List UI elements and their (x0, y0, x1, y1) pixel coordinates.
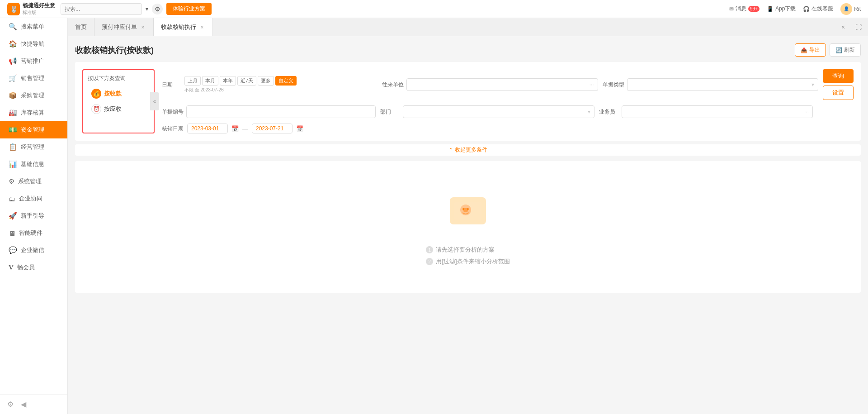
tab-writeoff[interactable]: 收款核销执行 × (154, 18, 213, 36)
sidebar-item-label: 销售管理 (21, 74, 44, 82)
user-area[interactable]: 👤 Rit (840, 3, 861, 15)
filter-action-buttons: 查询 设置 (823, 69, 854, 100)
filter-row-1: 日期 上月 本月 本年 近7天 更多 自定义 不限 至 2023-07-26 (162, 69, 854, 100)
sidebar-item-collab[interactable]: 🗂 企业协同 (0, 190, 67, 207)
date-btn-last-month[interactable]: 上月 (184, 76, 201, 86)
tab-expand-icon[interactable]: ⛶ (853, 21, 864, 33)
calendar-end-icon[interactable]: 📅 (296, 125, 303, 132)
counterpart-field: 往来单位 ··· (382, 78, 598, 91)
sidebar-item-label: 新手引导 (21, 212, 44, 220)
query-button[interactable]: 查询 (823, 69, 854, 83)
date-btn-last-7-days[interactable]: 近7天 (237, 76, 256, 86)
chevron-up-icon: ⌃ (448, 147, 453, 153)
username: Rit (854, 6, 861, 12)
tip-text-1: 请先选择要分析的方案 (436, 246, 495, 254)
service-btn[interactable]: 🎧 在线客服 (803, 5, 833, 13)
sidebar-item-wechat[interactable]: 💬 企业微信 (0, 242, 67, 259)
filter-collapse-button[interactable]: « (150, 92, 159, 110)
message-icon: ✉ (729, 6, 734, 12)
bill-type-select[interactable]: ▾ (627, 78, 818, 91)
receipt-icon: 💰 (91, 89, 101, 99)
collab-icon: 🗂 (9, 195, 15, 203)
date-btn-custom[interactable]: 自定义 (275, 76, 297, 86)
logo-area: 🐰 畅捷通好生意 标准版 (7, 2, 55, 16)
filter-options-title: 按以下方案查询 (88, 75, 149, 82)
sidebar-item-label: 智能硬件 (19, 229, 42, 237)
sidebar-item-label: 畅会员 (17, 263, 35, 271)
bill-number-input[interactable] (186, 105, 376, 118)
sales-icon: 🛒 (9, 74, 17, 82)
svg-point-4 (462, 208, 464, 210)
filter-option-by-receipt[interactable]: 💰 按收款 (88, 86, 149, 101)
tab-prepay-close[interactable]: × (140, 24, 146, 30)
topbar-dropdown-btn[interactable]: ▾ (146, 6, 148, 12)
sidebar-item-management[interactable]: 📋 经营管理 (0, 138, 67, 156)
sidebar-item-purchase[interactable]: 📦 采购管理 (0, 87, 67, 104)
empty-illustration (441, 188, 495, 235)
counterpart-input[interactable]: ··· (406, 78, 598, 91)
department-select[interactable]: ▾ (403, 105, 594, 118)
chevron-down-icon: ▾ (146, 6, 148, 12)
page-content: 收款核销执行(按收款) 📤 导出 🔄 刷新 按以下方案查询 (68, 36, 868, 414)
tab-prepay[interactable]: 预付冲应付单 × (94, 18, 154, 36)
sidebar-item-vip[interactable]: V 畅会员 (0, 259, 67, 276)
sidebar-item-basic-info[interactable]: 📊 基础信息 (0, 156, 67, 173)
writeoff-date-end-input[interactable]: 2023-07-21 (252, 124, 292, 133)
sidebar-item-system[interactable]: ⚙ 系统管理 (0, 173, 67, 190)
writeoff-date-start-input[interactable]: 2023-03-01 (187, 124, 228, 133)
page-header-actions: 📤 导出 🔄 刷新 (795, 43, 861, 57)
date-btn-this-month[interactable]: 本月 (202, 76, 218, 86)
sidebar-item-label: 快捷导航 (21, 40, 44, 48)
management-icon: 📋 (9, 143, 17, 151)
sidebar-settings-icon[interactable]: ⚙ (7, 400, 14, 409)
filter-option-receivable-label: 按应收 (104, 105, 122, 113)
calendar-start-icon[interactable]: 📅 (231, 125, 239, 132)
filter-option-by-receivable[interactable]: ⏰ 按应收 (88, 101, 149, 117)
salesperson-input[interactable]: ··· (622, 105, 813, 118)
purchase-icon: 📦 (9, 91, 17, 100)
topbar-search-input[interactable] (61, 3, 142, 15)
sidebar-item-quick-nav[interactable]: 🏠 快捷导航 (0, 35, 67, 52)
app-download-btn[interactable]: 📱 App下载 (767, 5, 796, 13)
tab-home[interactable]: 首页 (68, 18, 94, 36)
hardware-icon: 🖥 (9, 229, 15, 237)
date-note: 不限 至 2023-07-26 (184, 87, 337, 93)
sidebar-item-finance[interactable]: 💵 资金管理 (0, 121, 67, 138)
salesperson-label: 业务员 (599, 108, 619, 116)
logo-sub: 标准版 (23, 10, 55, 16)
svg-point-5 (467, 208, 469, 210)
date-field: 日期 上月 本月 本年 近7天 更多 自定义 不限 至 2023-07-26 (162, 76, 377, 93)
message-btn[interactable]: ✉ 消息 99+ (729, 5, 760, 13)
department-label: 部门 (380, 108, 400, 116)
department-field: 部门 ▾ (380, 105, 594, 118)
tab-close-all-icon[interactable]: × (837, 21, 849, 33)
tab-prepay-label: 预付冲应付单 (102, 23, 137, 31)
sidebar-item-inventory[interactable]: 🏭 库存核算 (0, 104, 67, 121)
sidebar-item-label: 基础信息 (21, 160, 44, 168)
expand-conditions-button[interactable]: ⌃ 收起更多条件 (448, 146, 487, 154)
receivable-icon: ⏰ (91, 104, 101, 114)
date-btn-more[interactable]: 更多 (258, 76, 274, 86)
topbar: 🐰 畅捷通好生意 标准版 ▾ ⚙ 体验行业方案 ✉ 消息 99+ 📱 App下载… (0, 0, 868, 18)
sidebar-item-sales[interactable]: 🛒 销售管理 (0, 70, 67, 87)
sidebar-item-search[interactable]: 🔍 搜索菜单 (0, 18, 67, 35)
solution-button[interactable]: 体验行业方案 (166, 3, 212, 15)
setting-button[interactable]: 设置 (823, 86, 854, 100)
chevron-down-icon: ▾ (588, 109, 590, 115)
user-avatar: 👤 (840, 3, 852, 15)
sidebar-item-guide[interactable]: 🚀 新手引导 (0, 207, 67, 224)
filter-panel: 按以下方案查询 💰 按收款 ⏰ 按应收 « (75, 62, 861, 141)
tip-num-1: 1 (426, 246, 433, 253)
refresh-button[interactable]: 🔄 刷新 (830, 43, 861, 57)
empty-tips: 1 请先选择要分析的方案 2 用[过滤]条件来缩小分析范围 (426, 246, 509, 266)
date-btn-this-year[interactable]: 本年 (220, 76, 236, 86)
topbar-search-area: ▾ ⚙ 体验行业方案 (61, 3, 729, 15)
export-button[interactable]: 📤 导出 (795, 43, 826, 57)
home-icon: 🏠 (9, 40, 17, 48)
sidebar-collapse-icon[interactable]: ◀ (21, 400, 26, 409)
sidebar-item-hardware[interactable]: 🖥 智能硬件 (0, 224, 67, 242)
topbar-gear-btn[interactable]: ⚙ (152, 4, 163, 14)
sidebar-item-marketing[interactable]: 📢 营销推广 (0, 52, 67, 70)
bill-type-field: 单据类型 ▾ (603, 78, 818, 91)
tab-writeoff-close[interactable]: × (199, 24, 205, 30)
